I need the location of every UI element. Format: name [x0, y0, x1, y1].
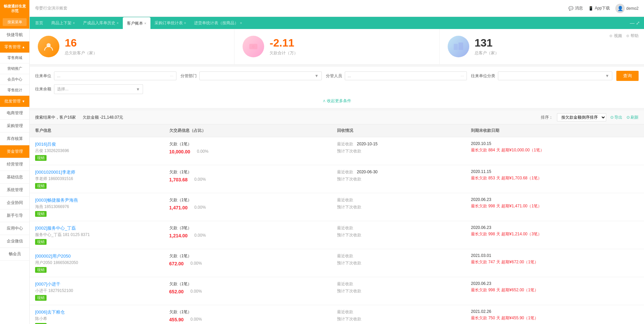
- overdue-days: 最长欠款 998 天 超期¥652.00（1笔）: [471, 287, 639, 293]
- tab-close-production-history[interactable]: ×: [117, 21, 119, 25]
- user-menu[interactable]: 👤 demo2: [615, 4, 639, 13]
- sidebar-item-marketing[interactable]: 营销推广: [0, 63, 29, 74]
- tab-close-customer-account[interactable]: ×: [144, 22, 146, 25]
- search-menu-button[interactable]: 搜索菜单: [3, 18, 27, 26]
- debt-customers-icon: [38, 36, 59, 57]
- tab-products-off[interactable]: 商品上下架 ×: [47, 17, 79, 29]
- overdue-date: 2020.06.23: [471, 197, 639, 202]
- recovery-cell: 最近收款 2020-06-30 预计下次收款: [337, 169, 471, 182]
- debt-cell: 欠款（1笔） 1,703.68 0.00%: [169, 169, 337, 182]
- tab-close-stock-stat[interactable]: ×: [240, 21, 242, 25]
- sidebar-item-guide[interactable]: 新手引导: [0, 209, 29, 222]
- customer-name-link[interactable]: [0007]小进干: [35, 281, 169, 287]
- overdue-cell: 2020.10.15 最长欠款 884 天 超期¥10,000.00（1笔）: [471, 141, 639, 153]
- filter-balance-select[interactable]: 选择... ▼: [54, 84, 143, 94]
- debt-percent: 0.00%: [197, 149, 208, 154]
- download-button[interactable]: 📱 App下载: [588, 5, 610, 11]
- sidebar-item-vip[interactable]: 畅会员: [0, 248, 29, 261]
- sidebar-item-inventory[interactable]: 库存核算: [0, 132, 29, 145]
- overdue-link[interactable]: 超期¥455.90（1笔）: [501, 316, 538, 320]
- tab-production-history[interactable]: 产成品入库单历史 ×: [79, 17, 123, 29]
- customer-name-link[interactable]: [000002]用户2050: [35, 253, 169, 259]
- debt-total-icon: [243, 36, 264, 57]
- table-row: [0002]服务中心_丁磊 服务中心_丁磊 181 0125 8371 现销 欠…: [30, 221, 644, 249]
- tab-stock-stat[interactable]: 进货单统计表（按商品） ×: [190, 17, 246, 29]
- overdue-days: 最长欠款 998 天 超期¥1,471.00（1笔）: [471, 203, 639, 209]
- video-button[interactable]: ⊙ 视频: [609, 33, 622, 39]
- filter-collapse-button[interactable]: ∧ 收起更多条件: [35, 97, 639, 105]
- sidebar-item-member[interactable]: 会员中心: [0, 74, 29, 85]
- sidebar-item-batch-mgmt[interactable]: 批发管理 ▼: [0, 96, 29, 107]
- tabs-expand-button[interactable]: ⤢: [636, 20, 640, 26]
- filter-person-label: 分管人员: [326, 73, 342, 79]
- overdue-days: 最长欠款 750 天 超期¥455.90（1笔）: [471, 315, 639, 321]
- search-button[interactable]: 查询: [616, 71, 639, 81]
- sidebar-search-area: 搜索菜单: [0, 17, 29, 29]
- customer-contact: 用户2050 18665062050: [35, 260, 169, 266]
- sidebar-item-quick-nav[interactable]: 快捷导航: [0, 29, 29, 41]
- help-button[interactable]: ⊙ 帮助: [626, 33, 639, 39]
- customer-contact: 吕俊 13026203696: [35, 148, 169, 154]
- customer-name-link[interactable]: [0006]去下粮仓: [35, 309, 169, 315]
- sidebar-item-corp[interactable]: 企业协同: [0, 197, 29, 209]
- overdue-link[interactable]: 超期¥1,214.00（3笔）: [501, 232, 542, 236]
- sidebar-item-finance[interactable]: 资金管理: [0, 145, 29, 158]
- sidebar-item-wecom[interactable]: 企业微信: [0, 235, 29, 248]
- tab-customer-account[interactable]: 客户账本 ×: [123, 17, 150, 29]
- filter-source-input[interactable]: ... ···: [54, 71, 176, 80]
- tab-purchase-order[interactable]: 采购订单统计表 ×: [150, 17, 190, 29]
- table-row: [0016]吕俊 吕俊 13026203696 现销 欠款（1笔） 10,000…: [30, 137, 644, 165]
- customer-name-link[interactable]: [0016]吕俊: [35, 141, 169, 147]
- customer-name-link[interactable]: [0002]服务中心_丁磊: [35, 225, 169, 231]
- overdue-link[interactable]: 超期¥1,703.68（1笔）: [501, 176, 542, 180]
- main-area: 母婴行业演示账套 💬 消息 📱 App下载 👤 demo2 首页 商品上下架: [30, 0, 644, 324]
- filter-dept-select[interactable]: ▼: [199, 71, 322, 80]
- debt-cell: 欠款（1笔） 652.00 0.00%: [169, 281, 337, 294]
- summary-card-debt-total: -2.11 欠款合计（万）: [234, 29, 439, 64]
- export-button[interactable]: ⊙ 导出: [610, 115, 622, 120]
- customer-cell: [0016]吕俊 吕俊 13026203696 现销: [35, 141, 169, 161]
- debt-row: 672.00 0.00%: [169, 260, 337, 266]
- debt-customers-value: 16: [65, 37, 226, 48]
- message-button[interactable]: 💬 消息: [568, 5, 583, 11]
- sidebar-item-ops[interactable]: 经营管理: [0, 158, 29, 171]
- overdue-link[interactable]: 超期¥10,000.00（1笔）: [501, 148, 544, 152]
- customer-cell: [0007]小进干 小进干 18279152100 现销: [35, 281, 169, 301]
- customer-contact: 服务中心_丁磊 181 0125 8371: [35, 232, 169, 238]
- table-row: [0007]小进干 小进干 18279152100 现销 欠款（1笔） 652.…: [30, 277, 644, 305]
- refresh-icon: ⊙: [626, 115, 630, 120]
- overdue-link[interactable]: 超期¥652.00（1笔）: [501, 288, 538, 292]
- sidebar-item-apps[interactable]: 应用中心: [0, 222, 29, 235]
- customer-name-link[interactable]: [0003]畅捷服务尹海燕: [35, 197, 169, 203]
- debt-amount: 1,471.00: [169, 205, 188, 210]
- recovery-recent: 最近收款 2020-06-30: [337, 169, 471, 175]
- tab-close-products-off[interactable]: ×: [73, 21, 75, 25]
- recovery-next: 预计下次收款: [337, 148, 471, 154]
- filter-row-1: 往来单位 ... ··· 分管部门 ▼ 分管人员 ...: [35, 71, 639, 81]
- sidebar-item-retail-mall[interactable]: 零售商城: [0, 53, 29, 63]
- results-bar: 搜索结果中，客户16家 欠款金额 -21,148.07元 排序： 按欠款金额倒序…: [30, 111, 644, 124]
- customer-cell: [0006]去下粮仓 陈小希 现销: [35, 309, 169, 324]
- sidebar-item-retail-mgmt[interactable]: 零售管理 ▲: [0, 41, 29, 53]
- customer-name-link[interactable]: [0001020001]李老师: [35, 169, 169, 175]
- sidebar-item-retail-stat[interactable]: 零售统计: [0, 85, 29, 96]
- customer-cell: [000002]用户2050 用户2050 18665062050 现销: [35, 253, 169, 273]
- sort-select[interactable]: 按欠款金额倒序排序: [557, 113, 606, 121]
- overdue-link[interactable]: 超期¥672.00（1笔）: [501, 260, 538, 264]
- debt-percent: 0.00%: [190, 261, 202, 266]
- tab-home[interactable]: 首页: [31, 17, 47, 29]
- tabs-collapse-button[interactable]: —: [630, 20, 635, 26]
- filter-category-select[interactable]: ▼: [498, 71, 612, 80]
- overdue-link[interactable]: 超期¥1,471.00（1笔）: [501, 204, 542, 208]
- filter-source-dots: ...: [57, 73, 60, 78]
- sidebar-item-ecom[interactable]: 电商管理: [0, 107, 29, 120]
- debt-row: 1,471.00 0.00%: [169, 204, 337, 210]
- filter-person-input[interactable]: ... ···: [345, 71, 467, 80]
- sidebar-item-purchase[interactable]: 采购管理: [0, 120, 29, 132]
- refresh-button[interactable]: ⊙ 刷新: [626, 115, 639, 120]
- industry-label: 母婴行业演示账套: [35, 5, 67, 11]
- tab-close-purchase-order[interactable]: ×: [184, 21, 186, 25]
- sidebar-item-basic[interactable]: 基础信息: [0, 171, 29, 184]
- sidebar-item-system[interactable]: 系统管理: [0, 184, 29, 197]
- ellipsis-icon: ···: [460, 73, 464, 78]
